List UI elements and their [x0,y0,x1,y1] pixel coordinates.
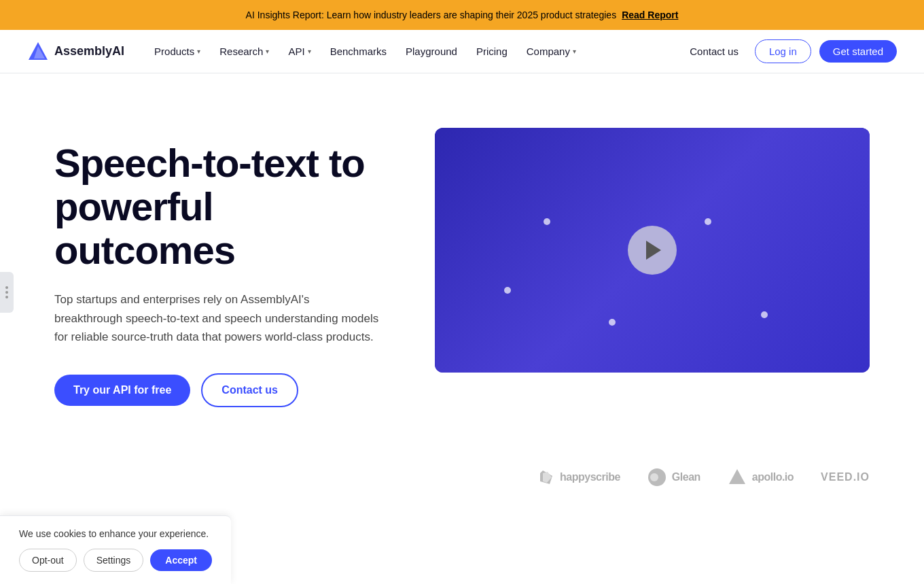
nav-left: AssemblyAI Products ▾ Research ▾ API ▾ B… [27,40,584,63]
svg-point-3 [650,473,658,481]
partner-apollo: apollo.io [728,468,794,487]
login-button[interactable]: Log in [755,39,811,63]
partner-happyscribe: happyscribe [538,469,620,485]
svg-marker-4 [729,469,745,484]
floating-dot-2 [705,218,711,225]
hero-subtitle: Top startups and enterprises rely on Ass… [54,290,380,346]
floating-dot-4 [609,319,616,326]
chevron-down-icon: ▾ [573,48,576,55]
nav-item-company[interactable]: Company ▾ [518,40,584,63]
contact-button[interactable]: Contact us [201,373,298,407]
handle-dots [5,286,8,298]
nav-item-pricing[interactable]: Pricing [468,40,516,63]
partner-glean: Glean [647,468,700,487]
nav-item-playground[interactable]: Playground [397,40,465,63]
sidebar-handle[interactable] [0,272,14,313]
navbar: AssemblyAI Products ▾ Research ▾ API ▾ B… [0,30,924,73]
nav-right: Contact us Log in Get started [681,39,897,63]
top-banner: AI Insights Report: Learn how industry l… [0,0,924,30]
nav-item-research[interactable]: Research ▾ [211,40,277,63]
video-player[interactable] [435,128,870,373]
banner-text: AI Insights Report: Learn how industry l… [246,10,617,20]
play-button[interactable] [628,226,677,275]
hero-title: Speech-to-text to powerful outcomes [54,141,394,271]
chevron-down-icon: ▾ [266,48,269,55]
glean-icon [647,468,667,487]
logo[interactable]: AssemblyAI [27,41,124,63]
floating-dot-5 [761,311,768,318]
nav-links: Products ▾ Research ▾ API ▾ Benchmarks P… [146,40,584,63]
hero-section: Speech-to-text to powerful outcomes Top … [0,73,924,454]
get-started-button[interactable]: Get started [819,40,897,63]
nav-contact-link[interactable]: Contact us [681,40,747,63]
hero-buttons: Try our API for free Contact us [54,373,394,407]
chevron-down-icon: ▾ [197,48,200,55]
nav-item-benchmarks[interactable]: Benchmarks [322,40,395,63]
nav-item-api[interactable]: API ▾ [280,40,319,63]
happyscribe-icon [538,469,554,485]
try-api-button[interactable]: Try our API for free [54,375,190,406]
hero-right [435,128,870,373]
nav-item-products[interactable]: Products ▾ [146,40,209,63]
chevron-down-icon: ▾ [308,48,311,55]
hero-left: Speech-to-text to powerful outcomes Top … [54,128,394,407]
logo-icon [27,41,49,63]
partners-section: happyscribe Glean apollo.io VEED.IO [0,454,924,514]
banner-link[interactable]: Read Report [622,10,678,20]
apollo-icon [728,468,747,487]
play-icon [646,241,661,260]
logo-text: AssemblyAI [54,44,124,58]
partner-veed: VEED.IO [821,471,870,483]
